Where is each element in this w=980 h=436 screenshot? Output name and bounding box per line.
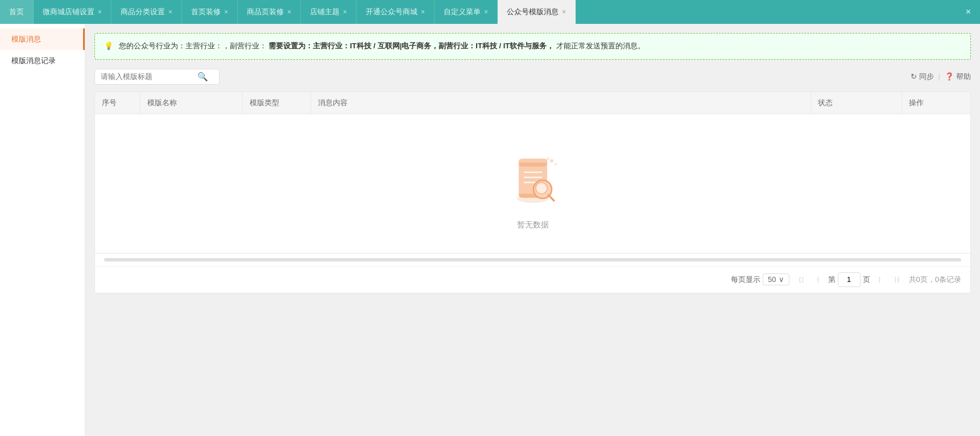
data-table: 序号 模版名称 模版类型 消息内容 状态 操作 bbox=[94, 92, 971, 293]
table-header: 序号 模版名称 模版类型 消息内容 状态 操作 bbox=[95, 92, 970, 114]
notice-prefix: 您的公众号行业为：主营行业：，副营行业： bbox=[119, 41, 267, 50]
page-navigation: ⟨⟨ ⟨ 第 页 ⟩ ⟩⟩ bbox=[794, 272, 904, 287]
nav-tab-label-theme: 店铺主题 bbox=[310, 7, 340, 17]
top-nav: 首页微商城店铺设置×商品分类设置×首页装修×商品页装修×店铺主题×开通公众号商城… bbox=[0, 0, 980, 24]
nav-tab-close-theme[interactable]: × bbox=[343, 9, 347, 15]
nav-tab-label-product: 商品页装修 bbox=[247, 7, 284, 17]
page-input[interactable] bbox=[838, 272, 861, 287]
svg-line-6 bbox=[548, 195, 554, 201]
nav-tab-close-custommenu[interactable]: × bbox=[484, 9, 488, 15]
help-label: 帮助 bbox=[956, 72, 971, 82]
per-page-selector: 每页显示 50 ∨ bbox=[731, 273, 789, 285]
search-input-wrapper: 🔍 bbox=[94, 69, 220, 85]
nav-tab-label-custommenu: 自定义菜单 bbox=[444, 7, 481, 17]
help-button[interactable]: ❓ 帮助 bbox=[945, 72, 971, 82]
search-input[interactable] bbox=[101, 72, 197, 81]
search-actions: ↻ 同步 | ❓ 帮助 bbox=[911, 72, 971, 82]
nav-tab-custommenu[interactable]: 自定义菜单× bbox=[435, 0, 498, 24]
nav-tab-close-mall[interactable]: × bbox=[421, 9, 425, 15]
nav-tab-label-homepage: 首页装修 bbox=[191, 7, 221, 17]
empty-state: 暂无数据 bbox=[95, 114, 970, 253]
col-name: 模版名称 bbox=[140, 92, 243, 114]
page-label: 第 bbox=[828, 275, 836, 285]
notice-icon: 💡 bbox=[104, 41, 113, 50]
nav-tab-template[interactable]: 公众号模版消息× bbox=[498, 0, 576, 24]
notice-banner: 💡 您的公众号行业为：主营行业：，副营行业： 需要设置为：主营行业：IT科技 /… bbox=[94, 33, 971, 60]
per-page-value: 50 bbox=[768, 275, 776, 284]
sync-icon: ↻ bbox=[911, 72, 917, 81]
sidebar-item-template-msg[interactable]: 模版消息 bbox=[0, 28, 85, 50]
svg-point-9 bbox=[547, 157, 549, 160]
nav-tab-mall[interactable]: 开通公众号商城× bbox=[357, 0, 435, 24]
prev-page-button[interactable]: ⟨ bbox=[811, 272, 826, 287]
help-icon: ❓ bbox=[945, 72, 954, 81]
pagination: 每页显示 50 ∨ ⟨⟨ ⟨ 第 页 ⟩ ⟩⟩ 共0页，0条记录 bbox=[95, 266, 970, 293]
sync-button[interactable]: ↻ 同步 bbox=[911, 72, 934, 82]
chevron-down-icon: ∨ bbox=[779, 275, 784, 284]
nav-tab-close-product[interactable]: × bbox=[287, 9, 291, 15]
col-status: 状态 bbox=[811, 92, 902, 114]
divider: | bbox=[938, 72, 940, 81]
scrollbar[interactable] bbox=[104, 258, 961, 261]
notice-suffix: 才能正常发送预置的消息。 bbox=[556, 41, 645, 50]
total-info: 共0页，0条记录 bbox=[909, 275, 961, 285]
scrollbar-track bbox=[95, 253, 970, 266]
nav-tab-weshop[interactable]: 微商城店铺设置× bbox=[34, 0, 111, 24]
col-content: 消息内容 bbox=[311, 92, 811, 114]
notice-highlight: 需要设置为：主营行业：IT科技 / 互联网|电子商务，副营行业：IT科技 / I… bbox=[268, 41, 554, 50]
svg-point-8 bbox=[555, 163, 557, 165]
nav-tab-close-homepage[interactable]: × bbox=[224, 9, 228, 15]
sidebar: 模版消息模版消息记录 bbox=[0, 24, 85, 436]
nav-tab-home[interactable]: 首页 bbox=[0, 0, 34, 24]
nav-tab-theme[interactable]: 店铺主题× bbox=[301, 0, 357, 24]
nav-tab-category[interactable]: 商品分类设置× bbox=[111, 0, 182, 24]
global-close-button[interactable]: × bbox=[957, 7, 980, 17]
nav-tab-close-category[interactable]: × bbox=[168, 9, 172, 15]
nav-tab-homepage[interactable]: 首页装修× bbox=[182, 0, 238, 24]
empty-text: 暂无数据 bbox=[517, 220, 549, 230]
nav-tab-label-category: 商品分类设置 bbox=[121, 7, 165, 17]
last-page-button[interactable]: ⟩⟩ bbox=[890, 272, 904, 287]
per-page-label: 每页显示 bbox=[731, 275, 760, 285]
sync-label: 同步 bbox=[919, 72, 934, 82]
col-action: 操作 bbox=[902, 92, 970, 114]
sidebar-item-template-record[interactable]: 模版消息记录 bbox=[0, 50, 85, 72]
nav-tab-label-mall: 开通公众号商城 bbox=[366, 7, 417, 17]
col-type: 模版类型 bbox=[243, 92, 311, 114]
svg-point-7 bbox=[550, 159, 553, 163]
page-unit: 页 bbox=[863, 275, 870, 285]
per-page-select-box[interactable]: 50 ∨ bbox=[763, 273, 789, 285]
col-seq: 序号 bbox=[95, 92, 140, 114]
first-page-button[interactable]: ⟨⟨ bbox=[794, 272, 809, 287]
search-bar: 🔍 ↻ 同步 | ❓ 帮助 bbox=[94, 69, 971, 85]
empty-illustration bbox=[502, 148, 564, 211]
search-button[interactable]: 🔍 bbox=[197, 72, 208, 82]
content-area: 💡 您的公众号行业为：主营行业：，副营行业： 需要设置为：主营行业：IT科技 /… bbox=[85, 24, 980, 436]
nav-tab-close-weshop[interactable]: × bbox=[98, 9, 102, 15]
main-layout: 模版消息模版消息记录 💡 您的公众号行业为：主营行业：，副营行业： 需要设置为：… bbox=[0, 24, 980, 436]
nav-tab-label-template: 公众号模版消息 bbox=[507, 7, 559, 17]
nav-tab-product[interactable]: 商品页装修× bbox=[238, 0, 301, 24]
nav-tab-close-template[interactable]: × bbox=[562, 9, 566, 15]
nav-tab-label-weshop: 微商城店铺设置 bbox=[43, 7, 94, 17]
svg-point-5 bbox=[536, 182, 547, 194]
next-page-button[interactable]: ⟩ bbox=[873, 272, 887, 287]
nav-tab-label-home: 首页 bbox=[9, 7, 24, 17]
